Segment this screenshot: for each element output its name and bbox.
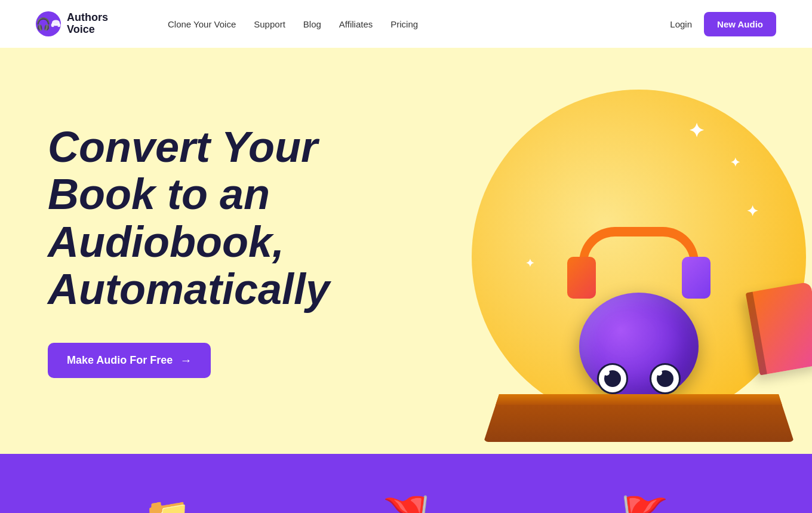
cta-label: Make Audio For Free bbox=[67, 354, 173, 367]
feature-item-2: 🚩 bbox=[379, 490, 433, 513]
hero-visual: ✦ ✦ ✦ ✦ bbox=[454, 72, 812, 442]
platform-base bbox=[484, 394, 794, 442]
nav-affiliates[interactable]: Affiliates bbox=[339, 19, 373, 29]
monster-eye-right bbox=[650, 363, 681, 394]
hero-title: Convert Your Book to an Audiobook, Autom… bbox=[48, 124, 442, 313]
nav-pricing[interactable]: Pricing bbox=[390, 19, 418, 29]
nav-clone-your-voice[interactable]: Clone Your Voice bbox=[168, 19, 236, 29]
folder-icon: 📁 bbox=[140, 490, 194, 513]
svg-rect-3 bbox=[54, 24, 57, 26]
logo-icon bbox=[36, 11, 61, 36]
sparkle-icon-1: ✦ bbox=[688, 119, 705, 142]
flag-orange-icon: 🚩 bbox=[379, 490, 433, 513]
headphones-icon bbox=[567, 227, 710, 299]
feature-item-1: 📁 bbox=[140, 490, 194, 513]
features-section: 📁 🚩 🚩 bbox=[0, 454, 812, 513]
sparkle-icon-3: ✦ bbox=[746, 203, 758, 220]
nav-links: Clone Your Voice Support Blog Affiliates… bbox=[132, 0, 454, 48]
nav-support[interactable]: Support bbox=[254, 19, 285, 29]
nav-right: Login New Audio bbox=[670, 12, 776, 36]
svg-point-1 bbox=[51, 23, 54, 27]
headphone-band bbox=[579, 227, 699, 263]
hero-section: Convert Your Book to an Audiobook, Autom… bbox=[0, 48, 812, 454]
logo-text: AuthorsVoice bbox=[67, 12, 108, 36]
sparkle-icon-2: ✦ bbox=[730, 155, 740, 170]
cta-button[interactable]: Make Audio For Free → bbox=[48, 343, 211, 378]
feature-item-3: 🚩 bbox=[618, 490, 672, 513]
sparkle-icon-4: ✦ bbox=[525, 257, 534, 270]
flag-red-icon: 🚩 bbox=[618, 490, 672, 513]
logo-link[interactable]: AuthorsVoice bbox=[36, 11, 108, 36]
login-button[interactable]: Login bbox=[670, 19, 692, 29]
monster-eye-left bbox=[597, 363, 628, 394]
monster-character bbox=[579, 293, 699, 400]
headphone-ear-right bbox=[682, 257, 710, 299]
new-audio-button[interactable]: New Audio bbox=[704, 12, 776, 36]
cta-arrow-icon: → bbox=[180, 354, 192, 367]
hero-content: Convert Your Book to an Audiobook, Autom… bbox=[48, 124, 442, 378]
nav-left: AuthorsVoice Clone Your Voice Support Bl… bbox=[36, 0, 454, 48]
nav-blog[interactable]: Blog bbox=[303, 19, 321, 29]
navbar: AuthorsVoice Clone Your Voice Support Bl… bbox=[0, 0, 812, 48]
svg-point-2 bbox=[57, 23, 60, 27]
headphone-ear-left bbox=[567, 257, 596, 299]
